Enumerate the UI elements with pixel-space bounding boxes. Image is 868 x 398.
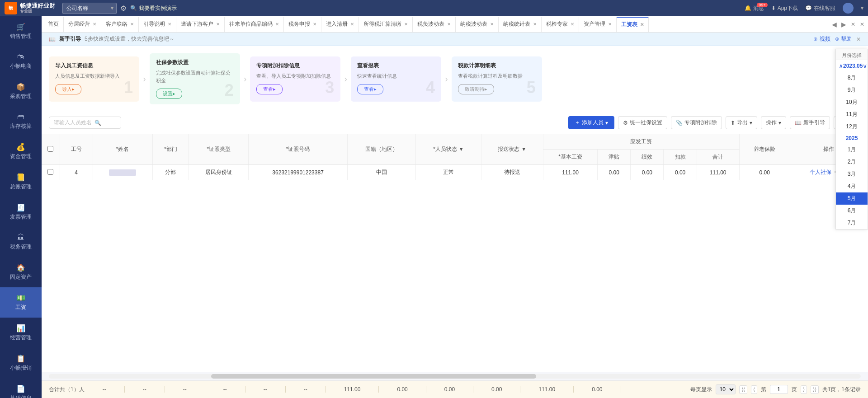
tab-close-product[interactable]: ✕ [275,22,279,27]
step-1-btn[interactable]: 导入▸ [55,84,81,94]
page-number-input[interactable] [770,385,788,394]
app-download-btn[interactable]: ⬇ App下载 [771,5,798,12]
sidebar-item-tax[interactable]: 🏛 税务管理 [0,227,42,257]
tab-closeall-btn[interactable]: ✕ [858,21,866,28]
tab-close-wave[interactable]: ✕ [490,22,494,27]
logo-icon: 畅 [5,2,17,14]
tab-close-stats[interactable]: ✕ [533,22,537,27]
settings-icon[interactable]: ⚙ [120,4,127,13]
tab-tax-report[interactable]: 税务申报✕ [284,17,321,32]
special-deduction-btn[interactable]: 📎 专项附加扣除 [671,116,722,129]
month-item-3[interactable]: 3月 [836,168,868,180]
sidebar-item-invoice[interactable]: 🧾 发票管理 [0,197,42,227]
sidebar-item-expense[interactable]: 📋 小畅报销 [0,348,42,378]
month-next-btn[interactable]: ∨ [863,63,867,69]
guide-close-btn[interactable]: ✕ [856,36,861,42]
status-filter-icon[interactable]: ▼ [458,146,464,152]
tab-guide[interactable]: 引导说明✕ [139,17,176,32]
sidebar-item-finance[interactable]: 💰 资金管理 [0,136,42,167]
sidebar-item-salary[interactable]: 💵 工资 [0,287,42,318]
tab-layered-ops[interactable]: 分层经营✕ [64,17,101,32]
sidebar-item-sales[interactable]: 🛒 销售管理 [0,16,42,47]
month-item-7[interactable]: 7月 [836,217,868,229]
month-item-10[interactable]: 10月 [836,96,868,108]
sidebar-item-purchase[interactable]: 📦 采购管理 [0,76,42,107]
tab-tax-burden[interactable]: 税负波动表✕ [413,17,456,32]
step-2-btn[interactable]: 设置▸ [156,89,182,99]
page-next-btn[interactable]: ⟩ [801,385,807,394]
help-link[interactable]: ⊙ 帮助 [835,35,852,43]
month-item-5[interactable]: 5月 [836,192,868,205]
month-item-12[interactable]: 12月 [836,121,868,133]
sidebar-item-inventory[interactable]: 🗃 库存核算 [0,107,42,136]
notification-btn[interactable]: 🔔 99+ 消息 [745,5,764,12]
report-filter-icon[interactable]: ▼ [521,146,527,152]
horizontal-scrollbar[interactable] [49,374,861,379]
sidebar-item-ecommerce[interactable]: 🛍 小畅电商 [0,47,42,76]
tab-close-expert[interactable]: ✕ [571,22,574,27]
social-security-btn[interactable]: ⚙ 统一社保设置 [618,116,667,129]
search-placeholder: 请输入人员姓名 [54,119,92,126]
step-4-btn[interactable]: 查看▸ [357,84,383,94]
user-menu-icon[interactable]: ▾ [861,5,863,11]
tab-close-burden[interactable]: ✕ [447,22,451,27]
video-link[interactable]: ⊙ 视频 [813,35,830,43]
tab-close-layered[interactable]: ✕ [93,22,96,27]
tab-close-tax[interactable]: ✕ [313,22,316,27]
tab-assets[interactable]: 资产管理✕ [579,17,617,32]
page-last-btn[interactable]: ⟩⟩ [811,385,819,394]
month-item-1[interactable]: 1月 [836,144,868,156]
company-dropdown[interactable]: 公司名称 ▾ [62,3,117,14]
user-avatar[interactable] [843,3,854,14]
sidebar-item-basic[interactable]: 📄 基础信息 [0,378,42,398]
tab-invite[interactable]: 邀请下游客户✕ [176,17,225,32]
tab-tax-expert[interactable]: 税检专家✕ [542,17,579,32]
row-checkbox[interactable] [42,165,60,180]
op-social-btn[interactable]: 个人社保 [810,169,831,175]
step-3-btn[interactable]: 查看▸ [256,84,283,94]
tab-tax-stats[interactable]: 纳税统计表✕ [499,17,542,32]
tab-customer[interactable]: 客户联络✕ [101,17,139,32]
demo-link[interactable]: 🔍 我要看实例演示 [130,5,177,12]
tab-close-salary[interactable]: ✕ [640,22,644,27]
tab-close-income[interactable]: ✕ [404,22,408,27]
export-btn[interactable]: ⬆ 导出 ▾ [726,116,757,129]
tab-tax-wave[interactable]: 纳税波动表✕ [456,17,499,32]
sidebar-item-ops[interactable]: 📊 经营管理 [0,318,42,348]
select-all-checkbox[interactable] [47,146,53,152]
tab-income-tax[interactable]: 所得税汇算清缴✕ [359,17,413,32]
online-service-btn[interactable]: 💬 在线客服 [805,5,835,12]
tab-close-customer[interactable]: ✕ [130,22,134,27]
page-label: 第 [761,386,766,393]
month-item-2[interactable]: 2月 [836,156,868,168]
month-item-11[interactable]: 11月 [836,108,868,121]
month-item-8[interactable]: 8月 [836,72,868,84]
sidebar-item-assets[interactable]: 🏠 固定资产 [0,257,42,287]
add-employee-btn[interactable]: ＋ 添加人员 ▾ [568,116,614,129]
step-5-btn[interactable]: 敬请期待▸ [458,84,494,94]
month-item-6[interactable]: 6月 [836,205,868,217]
month-prev-btn[interactable]: ∧ [839,63,843,69]
month-item-9[interactable]: 9月 [836,84,868,96]
tab-salary[interactable]: 工资表✕ [617,17,649,32]
tab-next-btn[interactable]: ▶ [840,21,848,28]
tab-home[interactable]: 首页 [43,17,64,32]
tab-close-assets[interactable]: ✕ [608,22,612,27]
tab-close-invite[interactable]: ✕ [216,22,220,27]
operation-btn[interactable]: 操作 ▾ [761,116,786,129]
scrollbar-thumb[interactable] [211,374,536,379]
new-guide-btn[interactable]: 📖 新手引导 [790,116,830,129]
page-prev-btn[interactable]: ⟨ [751,385,757,394]
tab-close-guide[interactable]: ✕ [168,22,171,27]
tab-more-btn[interactable]: ✕ [849,21,857,28]
tab-prev-btn[interactable]: ◀ [830,21,839,28]
th-checkbox[interactable] [42,134,60,165]
per-page-select[interactable]: 10 20 50 [716,384,736,394]
month-item-4[interactable]: 4月 [836,180,868,192]
sidebar-item-ledger[interactable]: 📒 总账管理 [0,167,42,197]
tab-checklist[interactable]: 进入清册✕ [321,17,359,32]
tab-product-code[interactable]: 往来单位商品编码✕ [225,17,284,32]
search-input-wrapper[interactable]: 请输入人员姓名 🔍 [49,117,121,129]
page-first-btn[interactable]: ⟨⟨ [739,385,747,394]
tab-close-checklist[interactable]: ✕ [350,22,354,27]
